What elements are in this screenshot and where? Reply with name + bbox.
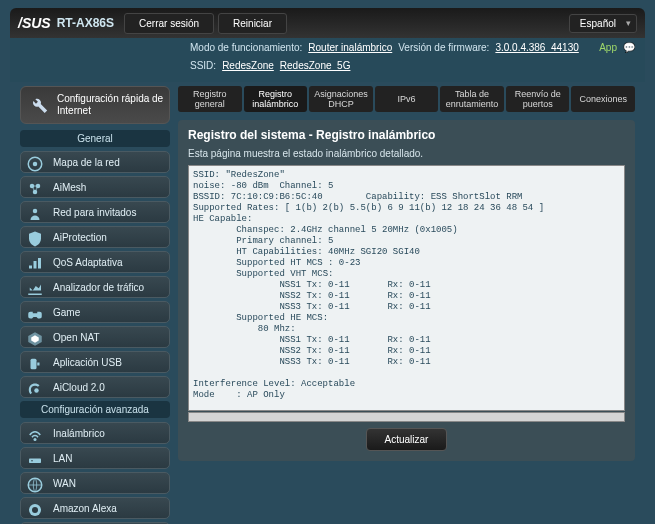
header-info: Modo de funcionamiento: Router inalámbri… [10,38,645,82]
nav-label: Mapa de la red [53,157,120,168]
language-select[interactable]: Español [569,14,637,33]
logout-button[interactable]: Cerrar sesión [124,13,214,34]
nav-icon [26,155,44,173]
quick-setup-button[interactable]: Configuración rápida de Internet [20,86,170,124]
fw-label: Versión de firmware: [398,41,489,55]
svg-rect-7 [37,363,39,366]
fw-value-link[interactable]: 3.0.0.4.386_44130 [495,41,578,55]
subtab-5[interactable]: Reenvío de puertos [506,86,570,112]
brand-logo: /SUS [18,15,51,31]
nav-item-open-nat[interactable]: Open NAT [20,326,170,348]
subtab-4[interactable]: Tabla de enrutamiento [440,86,504,112]
nav-item-analizador-de-tráfico[interactable]: Analizador de tráfico [20,276,170,298]
nav-item-inalámbrico[interactable]: Inalámbrico [20,422,170,444]
ssid2-link[interactable]: RedesZone_5G [280,59,351,73]
mode-value-link[interactable]: Router inalámbrico [308,41,392,55]
feedback-icon[interactable]: 💬 [623,41,635,55]
model-name: RT-AX86S [57,16,114,30]
sub-tabs: Registro generalRegistro inalámbricoAsig… [178,86,635,112]
svg-point-1 [33,162,38,167]
nav-item-red-para-invitados[interactable]: Red para invitados [20,201,170,223]
nav-label: Inalámbrico [53,428,105,439]
svg-rect-6 [31,359,37,370]
ssid1-link[interactable]: RedesZone [222,59,274,73]
svg-rect-10 [29,459,41,464]
subtab-2[interactable]: Asignaciones DHCP [309,86,373,112]
nav-icon [26,380,44,398]
wrench-icon [27,93,49,115]
nav-label: QoS Adaptativa [53,257,123,268]
nav-icon [26,280,44,298]
sidebar: Configuración rápida de Internet General… [20,86,170,524]
log-panel: Registro del sistema - Registro inalámbr… [178,120,635,461]
horizontal-scrollbar[interactable] [188,412,625,422]
nav-item-aicloud-2.0[interactable]: AiCloud 2.0 [20,376,170,398]
svg-point-5 [33,209,38,214]
app-link[interactable]: App [599,41,617,55]
nav-icon [26,426,44,444]
nav-icon [26,180,44,198]
main-content: Registro generalRegistro inalámbricoAsig… [178,86,635,524]
nav-label: WAN [53,478,76,489]
subtab-6[interactable]: Conexiones [571,86,635,112]
nav-label: AiProtection [53,232,107,243]
nav-label: Red para invitados [53,207,136,218]
nav-item-qos-adaptativa[interactable]: QoS Adaptativa [20,251,170,273]
subtab-3[interactable]: IPv6 [375,86,439,112]
nav-icon [26,255,44,273]
nav-label: Open NAT [53,332,100,343]
panel-title: Registro del sistema - Registro inalámbr… [188,128,625,142]
nav-item-aiprotection[interactable]: AiProtection [20,226,170,248]
nav-icon [26,205,44,223]
svg-point-11 [31,460,33,462]
nav-item-lan[interactable]: LAN [20,447,170,469]
subtab-1[interactable]: Registro inalámbrico [244,86,308,112]
nav-label: Analizador de tráfico [53,282,144,293]
panel-desc: Esta página muestra el estado inalámbric… [188,148,625,159]
nav-item-game[interactable]: Game [20,301,170,323]
svg-point-8 [34,388,39,393]
mode-label: Modo de funcionamiento: [190,41,302,55]
nav-icon [26,451,44,469]
nav-label: AiMesh [53,182,86,193]
nav-icon [26,305,44,323]
update-button[interactable]: Actualizar [366,428,448,451]
nav-label: AiCloud 2.0 [53,382,105,393]
nav-icon [26,355,44,373]
nav-icon [26,501,44,519]
nav-item-aplicación-usb[interactable]: Aplicación USB [20,351,170,373]
svg-point-9 [34,438,37,441]
nav-icon [26,330,44,348]
nav-label: Game [53,307,80,318]
wireless-log-output[interactable]: SSID: "RedesZone" noise: -80 dBm Channel… [188,165,625,411]
section-advanced-label: Configuración avanzada [20,401,170,418]
nav-icon [26,230,44,248]
reboot-button[interactable]: Reiniciar [218,13,287,34]
nav-item-mapa-de-la-red[interactable]: Mapa de la red [20,151,170,173]
nav-icon [26,476,44,494]
ssid-label: SSID: [190,59,216,73]
nav-label: Amazon Alexa [53,503,117,514]
nav-item-wan[interactable]: WAN [20,472,170,494]
nav-item-amazon-alexa[interactable]: Amazon Alexa [20,497,170,519]
subtab-0[interactable]: Registro general [178,86,242,112]
nav-item-aimesh[interactable]: AiMesh [20,176,170,198]
nav-label: LAN [53,453,72,464]
nav-label: Aplicación USB [53,357,122,368]
top-bar: /SUS RT-AX86S Cerrar sesión Reiniciar Es… [10,8,645,38]
section-general-label: General [20,130,170,147]
svg-point-14 [32,507,38,513]
